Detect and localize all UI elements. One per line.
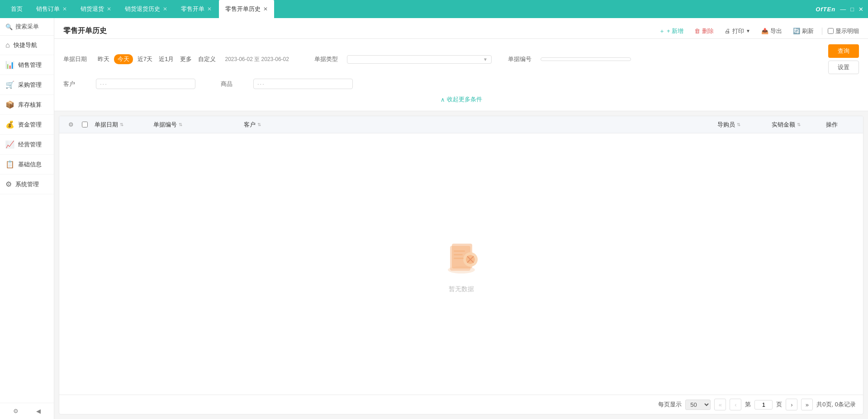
export-button[interactable]: 📤 导出 — [759, 25, 785, 37]
page-size-select[interactable]: 20 50 100 — [685, 400, 711, 410]
show-detail-toggle[interactable]: 显示明细 — [828, 27, 859, 35]
page-next-btn[interactable]: › — [786, 399, 797, 410]
sidebar-item-finance[interactable]: 💰 资金管理 — [0, 115, 54, 135]
filter-row-1: 单据日期 昨天 今天 近7天 近1月 更多 自定义 2023-06-02 至 2… — [63, 44, 859, 74]
svg-rect-8 — [454, 254, 463, 255]
sidebar-item-system-mgmt[interactable]: ⚙ 系统管理 — [0, 174, 54, 194]
settings-button[interactable]: 设置 — [828, 61, 859, 74]
tab-sales-return-history-label: 销货退货历史 — [125, 5, 160, 13]
query-button[interactable]: 查询 — [828, 44, 859, 58]
tab-home[interactable]: 首页 — [5, 0, 29, 18]
refresh-icon: 🔄 — [793, 28, 800, 34]
sidebar-collapse-icon[interactable]: ◀ — [36, 408, 41, 414]
sidebar-settings-icon[interactable]: ⚙ — [13, 408, 19, 414]
show-detail-checkbox-input[interactable] — [828, 28, 834, 34]
print-button[interactable]: 🖨 打印 ▼ — [722, 25, 753, 37]
select-all-checkbox[interactable] — [82, 122, 88, 127]
svg-rect-7 — [454, 250, 465, 252]
sidebar-item-sales-mgmt[interactable]: 📊 销售管理 — [0, 55, 54, 75]
print-arrow-icon: ▼ — [746, 28, 750, 33]
sidebar: 🔍 搜索采单 ⌂ 快捷导航 📊 销售管理 🛒 采购管理 📦 库存核算 💰 资金管… — [0, 18, 54, 419]
header-checkbox[interactable] — [78, 122, 91, 127]
sidebar-search[interactable]: 🔍 搜索采单 — [0, 18, 54, 36]
date-opt-7days[interactable]: 近7天 — [136, 54, 154, 64]
sidebar-item-inventory[interactable]: 📦 库存核算 — [0, 95, 54, 115]
tab-home-label: 首页 — [11, 5, 23, 13]
th-num[interactable]: 单据编号 ⇅ — [150, 121, 240, 129]
pagination: 每页显示 20 50 100 « ‹ 第 页 › » 共0页, 0条记录 — [59, 395, 863, 414]
date-opt-1month[interactable]: 近1月 — [157, 54, 175, 64]
product-input[interactable]: ··· — [253, 79, 353, 89]
th-action-label: 操作 — [826, 121, 838, 129]
sidebar-item-system-mgmt-label: 系统管理 — [15, 180, 39, 188]
th-guide-sort-icon: ⇅ — [737, 122, 740, 127]
th-amount-sort-icon: ⇅ — [797, 122, 801, 127]
maximize-btn[interactable]: □ — [850, 6, 854, 13]
page-input[interactable] — [754, 400, 773, 410]
tab-sales-order-close[interactable]: ✕ — [62, 6, 67, 12]
sidebar-bottom: ⚙ ◀ — [0, 403, 54, 419]
date-opt-yesterday[interactable]: 昨天 — [96, 54, 111, 64]
tab-retail-open-close[interactable]: ✕ — [207, 6, 212, 12]
refresh-button[interactable]: 🔄 刷新 — [790, 25, 816, 37]
tab-retail-open[interactable]: 零售开单 ✕ — [175, 0, 218, 18]
th-customer-sort-icon: ⇅ — [257, 122, 261, 127]
filter-panel: 单据日期 昨天 今天 近7天 近1月 更多 自定义 2023-06-02 至 2… — [54, 39, 868, 111]
print-icon: 🖨 — [725, 28, 730, 34]
delete-button[interactable]: 🗑 删除 — [692, 25, 716, 37]
sidebar-item-operations[interactable]: 📈 经营管理 — [0, 135, 54, 155]
tab-sales-return[interactable]: 销货退货 ✕ — [74, 0, 118, 18]
sidebar-item-sales-mgmt-label: 销售管理 — [18, 61, 42, 69]
th-customer[interactable]: 客户 ⇅ — [240, 121, 714, 129]
finance-icon: 💰 — [5, 120, 14, 129]
layout: 🔍 搜索采单 ⌂ 快捷导航 📊 销售管理 🛒 采购管理 📦 库存核算 💰 资金管… — [0, 18, 868, 419]
doc-num-input[interactable] — [541, 57, 631, 61]
doc-type-select[interactable]: ▼ — [347, 55, 492, 64]
page-prev-btn[interactable]: ‹ — [730, 399, 741, 410]
tab-sales-return-close[interactable]: ✕ — [107, 6, 111, 12]
sidebar-item-base-info[interactable]: 📋 基础信息 — [0, 155, 54, 174]
date-opt-today[interactable]: 今天 — [114, 54, 133, 64]
page-word: 第 — [745, 400, 751, 409]
th-guide[interactable]: 导购员 ⇅ — [714, 121, 768, 129]
tab-retail-history-label: 零售开单历史 — [225, 5, 261, 13]
tab-sales-order[interactable]: 销售订单 ✕ — [30, 0, 73, 18]
collapse-label: 收起更多条件 — [447, 95, 482, 104]
th-date-label: 单据日期 — [95, 121, 118, 129]
page-last-btn[interactable]: » — [801, 399, 813, 410]
sidebar-search-label: 搜索采单 — [15, 23, 39, 31]
th-amount[interactable]: 实销金额 ⇅ — [768, 121, 822, 129]
sidebar-item-purchase-mgmt[interactable]: 🛒 采购管理 — [0, 75, 54, 95]
tab-sales-return-history[interactable]: 销货退货历史 ✕ — [119, 0, 174, 18]
svg-rect-9 — [454, 258, 464, 259]
delete-icon: 🗑 — [694, 28, 700, 34]
add-button[interactable]: ＋ + 新增 — [656, 25, 686, 37]
top-bar: 首页 销售订单 ✕ 销货退货 ✕ 销货退货历史 ✕ 零售开单 ✕ 零售开单历史 … — [0, 0, 868, 18]
tab-list: 首页 销售订单 ✕ 销货退货 ✕ 销货退货历史 ✕ 零售开单 ✕ 零售开单历史 … — [5, 0, 274, 18]
system-mgmt-icon: ⚙ — [5, 180, 12, 188]
brand-label: OfTEn — [816, 6, 835, 13]
add-icon: ＋ — [659, 27, 665, 35]
customer-input[interactable]: ··· — [96, 79, 195, 89]
th-date[interactable]: 单据日期 ⇅ — [91, 121, 150, 129]
window-actions: OfTEn — □ ✕ — [816, 6, 863, 13]
sidebar-item-operations-label: 经营管理 — [18, 141, 42, 149]
collapse-bar[interactable]: ∧ 收起更多条件 — [63, 94, 859, 105]
refresh-label: 刷新 — [802, 27, 814, 35]
tab-retail-history[interactable]: 零售开单历史 ✕ — [219, 0, 274, 18]
date-opt-more[interactable]: 更多 — [178, 54, 194, 64]
operations-icon: 📈 — [5, 140, 14, 149]
minimize-btn[interactable]: — — [840, 6, 846, 13]
tab-sales-return-history-close[interactable]: ✕ — [163, 6, 167, 12]
page-first-btn[interactable]: « — [714, 399, 726, 410]
base-info-icon: 📋 — [5, 160, 14, 169]
date-opt-custom[interactable]: 自定义 — [196, 54, 218, 64]
show-detail-label: 显示明细 — [835, 27, 859, 35]
sidebar-item-quick-nav-label: 快捷导航 — [14, 41, 37, 49]
collapse-arrow-icon: ∧ — [441, 96, 445, 103]
sidebar-item-quick-nav[interactable]: ⌂ 快捷导航 — [0, 36, 54, 55]
column-settings-icon[interactable]: ⚙ — [64, 121, 78, 128]
close-btn[interactable]: ✕ — [859, 6, 863, 13]
tab-retail-history-close[interactable]: ✕ — [263, 6, 268, 12]
doc-type-arrow-icon: ▼ — [483, 57, 488, 62]
